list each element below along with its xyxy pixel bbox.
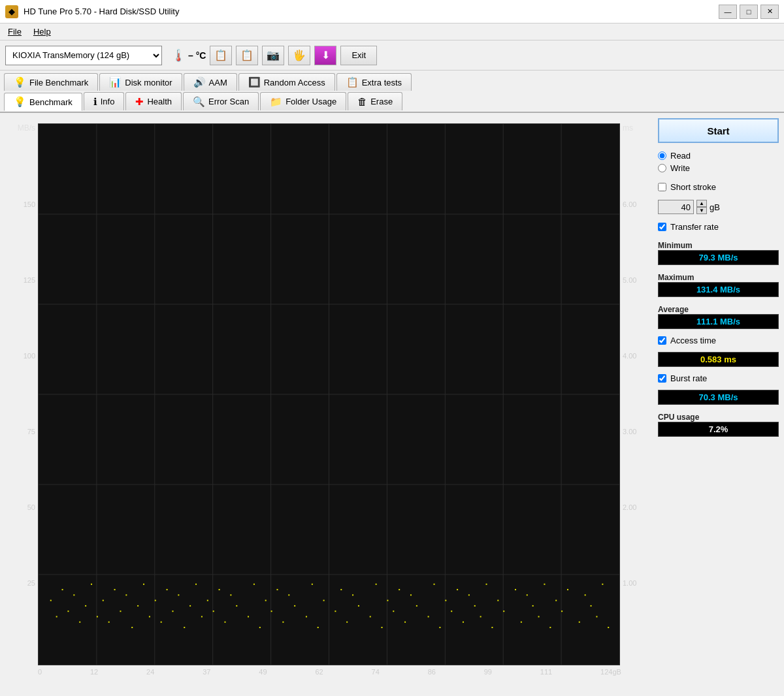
access-time-item[interactable]: Access time	[658, 336, 779, 345]
close-button[interactable]: ✕	[760, 5, 779, 19]
short-stroke-checkbox[interactable]	[658, 183, 666, 191]
y-right-6: 6.00	[623, 200, 651, 208]
tab-disk-monitor-label: Disk monitor	[125, 78, 172, 87]
burst-rate-item[interactable]: Burst rate	[658, 373, 779, 383]
download-button[interactable]: ⬇	[314, 46, 336, 65]
average-value: 111.1 MB/s	[658, 314, 779, 329]
svg-rect-59	[323, 600, 325, 601]
tab-file-benchmark[interactable]: 💡 File Benchmark	[4, 73, 98, 91]
svg-rect-70	[399, 589, 400, 590]
svg-rect-55	[294, 605, 295, 607]
svg-rect-101	[596, 616, 597, 617]
tab-benchmark[interactable]: 💡 Benchmark	[4, 93, 82, 111]
save-button[interactable]: 🖐️	[288, 46, 310, 65]
maximize-button[interactable]: □	[740, 5, 758, 19]
svg-rect-85	[491, 627, 493, 628]
copy-button-2[interactable]: 📋	[236, 46, 258, 65]
burst-rate-value: 70.3 MB/s	[658, 390, 779, 405]
cpu-usage-label: CPU usage	[658, 413, 779, 422]
svg-rect-97	[567, 589, 568, 590]
tab-random-access[interactable]: 🔲 Random Access	[238, 73, 335, 91]
transfer-rate-checkbox[interactable]	[658, 223, 666, 231]
camera-button[interactable]: 📷	[262, 46, 284, 65]
svg-rect-80	[463, 622, 464, 623]
svg-rect-17	[67, 610, 69, 612]
x-label-99: 99	[484, 668, 492, 676]
svg-rect-20	[85, 605, 86, 607]
svg-rect-43	[219, 589, 220, 590]
svg-rect-77	[445, 600, 446, 601]
svg-rect-95	[555, 600, 557, 601]
svg-rect-96	[561, 610, 563, 612]
svg-rect-53	[282, 622, 284, 623]
x-label-37: 37	[203, 668, 210, 676]
maximum-section: Maximum 131.4 MB/s	[658, 270, 779, 297]
x-label-24: 24	[146, 668, 154, 676]
svg-rect-39	[195, 584, 197, 585]
tab-health[interactable]: ✚ Health	[125, 92, 182, 110]
svg-rect-68	[387, 600, 388, 601]
transfer-rate-item[interactable]: Transfer rate	[658, 222, 779, 232]
svg-rect-21	[91, 584, 92, 585]
average-section: Average 111.1 MB/s	[658, 302, 779, 329]
menu-help[interactable]: Help	[28, 25, 56, 38]
tabs-row-1: 💡 File Benchmark 📊 Disk monitor 🔊 AAM 🔲 …	[4, 73, 780, 91]
copy-button-1[interactable]: 📋	[210, 46, 232, 65]
short-stroke-item[interactable]: Short stroke	[658, 182, 779, 192]
y-left-header: MB/s	[8, 123, 35, 133]
menu-file[interactable]: File	[3, 25, 27, 38]
x-label-49: 49	[259, 668, 267, 676]
write-label: Write	[670, 163, 690, 173]
svg-rect-102	[602, 584, 603, 585]
tab-error-scan-label: Error Scan	[208, 97, 249, 106]
read-radio[interactable]	[658, 151, 666, 160]
tab-error-scan[interactable]: 🔍 Error Scan	[183, 92, 259, 110]
x-axis: 0 12 24 37 49 62 74 86 99 111 124gB	[38, 665, 621, 689]
stroke-spinner-input[interactable]	[658, 200, 694, 214]
tab-folder-usage[interactable]: 📁 Folder Usage	[260, 92, 346, 110]
tab-disk-monitor[interactable]: 📊 Disk monitor	[99, 73, 182, 91]
svg-rect-26	[120, 610, 121, 612]
x-label-62: 62	[315, 668, 323, 676]
minimize-button[interactable]: —	[719, 5, 737, 19]
svg-rect-14	[50, 600, 52, 601]
toolbar: KIOXIA TransMemory (124 gB) 🌡️ – °C 📋 📋 …	[0, 40, 784, 71]
access-time-section: 0.583 ms	[658, 352, 779, 367]
main-content: MB/s 150 125 100 75 50 25	[0, 113, 784, 694]
burst-rate-checkbox[interactable]	[658, 374, 666, 383]
tab-info[interactable]: ℹ Info	[84, 92, 125, 110]
svg-rect-75	[434, 584, 435, 585]
access-time-checkbox[interactable]	[658, 336, 666, 345]
svg-rect-51	[271, 610, 272, 612]
y-left-0	[8, 655, 35, 663]
tab-erase[interactable]: 🗑 Erase	[348, 92, 402, 110]
svg-rect-47	[248, 616, 249, 617]
svg-rect-28	[131, 627, 133, 628]
start-button[interactable]: Start	[658, 118, 779, 143]
tab-erase-label: Erase	[370, 97, 393, 106]
spinner-down[interactable]: ▼	[696, 207, 707, 214]
y-left-50: 50	[8, 503, 35, 511]
write-radio[interactable]	[658, 164, 666, 172]
exit-button[interactable]: Exit	[340, 46, 377, 65]
svg-rect-40	[201, 616, 203, 617]
tab-extra-tests[interactable]: 📋 Extra tests	[336, 73, 412, 91]
svg-rect-41	[207, 600, 208, 601]
spinner-unit: gB	[710, 202, 720, 212]
read-radio-item[interactable]: Read	[658, 151, 779, 161]
svg-rect-18	[73, 594, 74, 595]
y-right-0	[623, 655, 651, 663]
svg-rect-63	[352, 594, 353, 595]
write-radio-item[interactable]: Write	[658, 163, 779, 173]
spinner-up[interactable]: ▲	[696, 200, 707, 207]
svg-rect-72	[410, 594, 412, 595]
read-label: Read	[670, 151, 691, 161]
tab-aam[interactable]: 🔊 AAM	[184, 73, 237, 91]
svg-rect-35	[172, 610, 173, 612]
drive-selector[interactable]: KIOXIA TransMemory (124 gB)	[5, 46, 162, 65]
app-icon: ◆	[5, 5, 18, 18]
maximum-label: Maximum	[658, 273, 779, 282]
x-label-111: 111	[540, 668, 552, 676]
tab-random-access-label: Random Access	[264, 78, 325, 87]
tab-aam-label: AAM	[209, 78, 227, 87]
